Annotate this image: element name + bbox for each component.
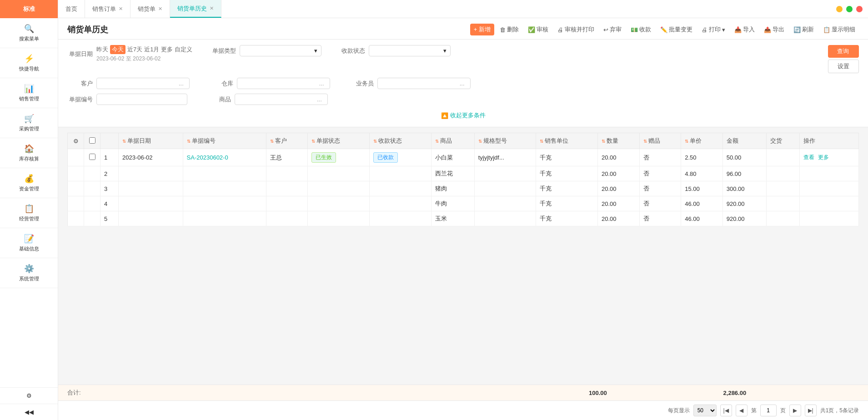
- row2-product: 西兰花: [431, 166, 474, 181]
- audit-print-button[interactable]: 🖨 审核并打印: [554, 24, 598, 35]
- shortcut-today[interactable]: 今天: [110, 45, 125, 54]
- first-page-button[interactable]: |◀: [720, 405, 732, 416]
- import-icon: 📥: [734, 26, 742, 33]
- refresh-button[interactable]: 🔄 刷新: [790, 24, 818, 35]
- th-amount: 金额: [722, 133, 766, 149]
- tab-sales-history-close[interactable]: ✕: [210, 5, 214, 11]
- customer-ellipsis[interactable]: ...: [177, 80, 186, 87]
- sidebar-item-sales-mgmt[interactable]: 📊 销售管理: [0, 78, 58, 108]
- shortcut-more[interactable]: 更多: [161, 45, 173, 54]
- payment-status-select[interactable]: ▾: [369, 45, 451, 56]
- export-button[interactable]: 📤 导出: [760, 24, 788, 35]
- row5-check[interactable]: [84, 211, 100, 226]
- th-doc-date[interactable]: ⇅ 单据日期: [119, 133, 183, 149]
- sidebar-item-basic-info[interactable]: 📝 基础信息: [0, 228, 58, 258]
- shortcut-custom[interactable]: 自定义: [175, 45, 192, 54]
- th-spec-type[interactable]: ⇅ 规格型号: [474, 133, 536, 149]
- row1-more-link[interactable]: 更多: [818, 154, 829, 160]
- row1-check[interactable]: [84, 149, 100, 166]
- close-button[interactable]: [856, 6, 863, 12]
- row3-doc-num: [183, 181, 266, 196]
- last-page-button[interactable]: ▶|: [805, 405, 817, 416]
- sort-icon: ⇅: [602, 139, 605, 144]
- row2-check[interactable]: [84, 166, 100, 181]
- th-product[interactable]: ⇅ 商品: [431, 133, 474, 149]
- doc-num-input[interactable]: [96, 94, 187, 105]
- next-page-button[interactable]: ▶: [789, 405, 801, 416]
- salesperson-ellipsis[interactable]: ...: [458, 80, 467, 87]
- query-button[interactable]: 查询: [828, 45, 859, 58]
- th-check[interactable]: [84, 133, 100, 149]
- doc-type-select[interactable]: ▾: [240, 45, 321, 56]
- page-size-select[interactable]: 50 100 200: [693, 405, 717, 416]
- th-unit-price[interactable]: ⇅ 单价: [681, 133, 723, 149]
- row4-check[interactable]: [84, 196, 100, 211]
- show-detail-button[interactable]: 📋 显示明细: [819, 24, 859, 35]
- row1-doc-status-badge: 已生效: [311, 152, 336, 163]
- collapse-button[interactable]: 🔼 收起更多条件: [67, 110, 859, 121]
- tab-sales-delivery-close[interactable]: ✕: [158, 6, 162, 12]
- new-button[interactable]: + 新增: [470, 24, 494, 35]
- sidebar-bottom-settings[interactable]: ⚙: [0, 387, 58, 404]
- sidebar-item-sys-mgmt[interactable]: ⚙️ 系统管理: [0, 258, 58, 288]
- minimize-button[interactable]: [836, 6, 843, 12]
- customer-input[interactable]: [100, 80, 177, 87]
- th-customer[interactable]: ⇅ 客户: [266, 133, 308, 149]
- th-quantity[interactable]: ⇅ 数量: [598, 133, 640, 149]
- sidebar-item-purchase-mgmt[interactable]: 🛒 采购管理: [0, 108, 58, 138]
- sidebar-logo: 标准: [0, 0, 58, 18]
- abandon-icon: ↩: [603, 26, 608, 33]
- row5-transaction: [766, 211, 799, 226]
- settings-filter-button[interactable]: 设置: [828, 60, 859, 73]
- import-button[interactable]: 📥 导入: [731, 24, 758, 35]
- tab-sales-history[interactable]: 销货单历史 ✕: [170, 0, 221, 18]
- batch-change-button[interactable]: ✏️ 批量变更: [657, 24, 696, 35]
- warehouse-ellipsis[interactable]: ...: [317, 80, 326, 87]
- table-settings-icon[interactable]: ⚙: [73, 138, 79, 145]
- abandon-button[interactable]: ↩ 弃审: [600, 24, 625, 35]
- product-label: 商品: [206, 95, 231, 104]
- shortcut-yesterday[interactable]: 昨天: [96, 45, 108, 54]
- prev-page-button[interactable]: ◀: [736, 405, 748, 416]
- sidebar-item-quick-nav[interactable]: ⚡ 快捷导航: [0, 48, 58, 78]
- batch-change-label: 批量变更: [669, 25, 692, 34]
- th-doc-status[interactable]: ⇅ 单据状态: [308, 133, 370, 149]
- row3-product: 猪肉: [431, 181, 474, 196]
- page-number-input[interactable]: [760, 405, 777, 416]
- collect-button[interactable]: 💵 收款: [627, 24, 655, 35]
- audit-button[interactable]: ✅ 审核: [524, 24, 552, 35]
- row1-checkbox[interactable]: [89, 154, 95, 160]
- th-sales-unit[interactable]: ⇅ 销售单位: [536, 133, 598, 149]
- sidebar-item-finance-mgmt[interactable]: 💰 资金管理: [0, 168, 58, 198]
- th-doc-num[interactable]: ⇅ 单据编号: [183, 133, 266, 149]
- sidebar-item-search-menu[interactable]: 🔍 搜索菜单: [0, 18, 58, 48]
- print-button[interactable]: 🖨 打印 ▾: [698, 24, 729, 35]
- sidebar-item-ops-mgmt[interactable]: 📋 经营管理: [0, 198, 58, 228]
- shortcut-7days[interactable]: 近7天: [127, 45, 142, 54]
- product-input[interactable]: [239, 96, 315, 103]
- tab-sales-delivery[interactable]: 销货单 ✕: [130, 0, 170, 18]
- warehouse-input[interactable]: [241, 80, 317, 87]
- sidebar-item-inventory[interactable]: 🏠 库存核算: [0, 138, 58, 168]
- row3-check[interactable]: [84, 181, 100, 196]
- row2-customer: [266, 166, 308, 181]
- row1-doc-num[interactable]: SA-20230602-0: [183, 149, 266, 166]
- maximize-button[interactable]: [846, 6, 853, 12]
- th-settings[interactable]: ⚙: [68, 133, 84, 149]
- tab-home[interactable]: 首页: [58, 0, 85, 18]
- customer-label: 客户: [67, 80, 93, 88]
- salesperson-input[interactable]: [381, 80, 458, 87]
- sidebar-bottom-collapse[interactable]: ◀◀: [0, 404, 58, 420]
- row4-doc-date: [119, 196, 183, 211]
- tab-sales-order-close[interactable]: ✕: [119, 6, 123, 12]
- row1-view-link[interactable]: 查看: [803, 154, 814, 160]
- th-gift[interactable]: ⇅ 赠品: [639, 133, 681, 149]
- select-all-checkbox[interactable]: [89, 137, 95, 144]
- shortcut-1month[interactable]: 近1月: [144, 45, 159, 54]
- delete-button[interactable]: 🗑 删除: [496, 24, 522, 35]
- tab-sales-order[interactable]: 销售订单 ✕: [85, 0, 130, 18]
- row4-num: 4: [100, 196, 119, 211]
- row3-doc-status: [308, 181, 370, 196]
- th-payment-status[interactable]: ⇅ 收款状态: [370, 133, 431, 149]
- product-ellipsis[interactable]: ...: [315, 96, 324, 103]
